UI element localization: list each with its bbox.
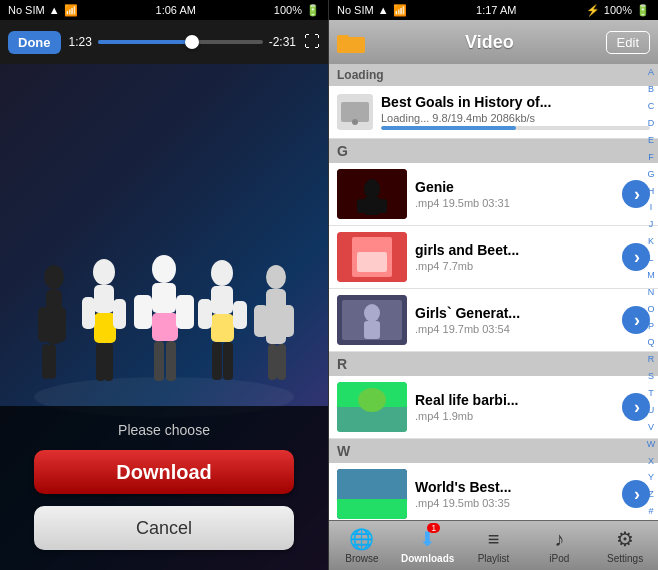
alpha-P[interactable]: P [648, 321, 654, 331]
done-button[interactable]: Done [8, 31, 61, 54]
svg-rect-24 [198, 299, 212, 329]
right-status-right: ⚡ 100% 🔋 [586, 4, 650, 17]
time-display: 1:23 -2:31 [69, 35, 297, 49]
alpha-X[interactable]: X [648, 456, 654, 466]
list-item[interactable]: World's Best... .mp4 19.5mb 03:35 [329, 463, 658, 520]
tab-ipod[interactable]: ♪ iPod [526, 521, 592, 570]
browse-icon: 🌐 [349, 527, 374, 551]
alpha-K[interactable]: K [648, 236, 654, 246]
alpha-C[interactable]: C [648, 101, 655, 111]
tab-browse[interactable]: 🌐 Browse [329, 521, 395, 570]
list-item[interactable]: girls and Beet... .mp4 7.7mb [329, 226, 658, 289]
alpha-I[interactable]: I [650, 202, 653, 212]
nav-title: Video [373, 32, 606, 53]
alpha-O[interactable]: O [647, 304, 654, 314]
right-carrier: No SIM [337, 4, 374, 16]
tab-settings[interactable]: ⚙ Settings [592, 521, 658, 570]
left-panel: No SIM ▲ 📶 1:06 AM 100% 🔋 Done 1:23 -2:3… [0, 0, 329, 570]
video-sub-barbi: .mp4 1.9mb [415, 410, 614, 422]
alpha-Y[interactable]: Y [648, 472, 654, 482]
left-signal-icon: ▲ [49, 4, 60, 16]
thumb-inner-generat [337, 295, 407, 345]
svg-rect-16 [152, 313, 178, 341]
edit-button[interactable]: Edit [606, 31, 650, 54]
alpha-hash[interactable]: # [648, 506, 653, 516]
alpha-H[interactable]: H [648, 186, 655, 196]
list-item[interactable]: Genie .mp4 19.5mb 03:31 [329, 163, 658, 226]
fullscreen-button[interactable]: ⛶ [304, 33, 320, 51]
alpha-B[interactable]: B [648, 84, 654, 94]
video-meta-generat: Girls` Generat... .mp4 19.7mb 03:54 [415, 305, 614, 335]
svg-rect-9 [94, 313, 116, 343]
video-title-girls: girls and Beet... [415, 242, 614, 258]
alpha-E[interactable]: E [648, 135, 654, 145]
video-sub-worlds: .mp4 19.5mb 03:35 [415, 497, 614, 509]
svg-rect-11 [113, 299, 126, 329]
alpha-A[interactable]: A [648, 67, 654, 77]
svg-rect-17 [134, 295, 152, 329]
alpha-Z[interactable]: Z [648, 489, 654, 499]
alpha-F[interactable]: F [648, 152, 654, 162]
svg-rect-27 [223, 342, 233, 380]
tab-ipod-label: iPod [549, 553, 569, 564]
alpha-R[interactable]: R [648, 354, 655, 364]
alpha-J[interactable]: J [649, 219, 654, 229]
loading-progress-fill [381, 126, 516, 130]
svg-rect-12 [96, 343, 105, 381]
alphabet-sidebar[interactable]: A B C D E F G H I J K L M N O P Q R S T … [644, 64, 658, 520]
list-item[interactable]: Real life barbi... .mp4 1.9mb [329, 376, 658, 439]
svg-rect-32 [268, 344, 277, 380]
downloads-icon-wrap: ⬇ 1 [419, 527, 436, 551]
video-sub-genie: .mp4 19.5mb 03:31 [415, 197, 614, 209]
left-battery-icon: 🔋 [306, 4, 320, 17]
right-battery: 100% [604, 4, 632, 16]
right-signal-icon: ▲ [378, 4, 389, 16]
choose-text: Please choose [118, 422, 210, 438]
alpha-V[interactable]: V [648, 422, 654, 432]
svg-rect-4 [54, 307, 66, 342]
svg-rect-8 [94, 285, 114, 313]
svg-rect-41 [364, 197, 380, 215]
video-thumb-girls [337, 232, 407, 282]
svg-rect-19 [154, 341, 164, 381]
ipod-icon: ♪ [554, 528, 564, 551]
alpha-Q[interactable]: Q [647, 337, 654, 347]
alpha-U[interactable]: U [648, 405, 655, 415]
svg-point-40 [364, 179, 380, 199]
scrubber-fill [98, 40, 189, 44]
alpha-L[interactable]: L [648, 253, 653, 263]
alpha-D[interactable]: D [648, 118, 655, 128]
video-list: G Genie .mp4 19.5mb 03:31 [329, 139, 658, 520]
video-area: Please choose Download Cancel [0, 64, 328, 570]
tab-downloads[interactable]: ⬇ 1 Downloads [395, 521, 461, 570]
video-thumb-genie [337, 169, 407, 219]
scrubber-track[interactable] [98, 40, 263, 44]
left-toolbar: Done 1:23 -2:31 ⛶ [0, 20, 328, 64]
svg-rect-13 [104, 343, 113, 381]
list-item[interactable]: Girls` Generat... .mp4 19.7mb 03:54 [329, 289, 658, 352]
video-title-barbi: Real life barbi... [415, 392, 614, 408]
nav-bar: Video Edit [329, 20, 658, 64]
cancel-button[interactable]: Cancel [34, 506, 294, 550]
svg-rect-56 [337, 469, 407, 499]
download-button[interactable]: Download [34, 450, 294, 494]
video-thumb-worlds [337, 469, 407, 519]
alpha-T[interactable]: T [648, 388, 654, 398]
tab-playlist[interactable]: ≡ Playlist [461, 521, 527, 570]
right-bluetooth-icon: ⚡ [586, 4, 600, 17]
loading-title: Best Goals in History of... [381, 94, 650, 110]
section-header-w: W [329, 439, 658, 463]
section-header-r: R [329, 352, 658, 376]
svg-point-38 [352, 119, 358, 125]
alpha-S[interactable]: S [648, 371, 654, 381]
alpha-M[interactable]: M [647, 270, 655, 280]
svg-rect-30 [254, 305, 268, 337]
right-time: 1:17 AM [476, 4, 516, 16]
svg-rect-15 [152, 283, 176, 313]
svg-rect-18 [176, 295, 194, 329]
alpha-N[interactable]: N [648, 287, 655, 297]
right-status-left: No SIM ▲ 📶 [337, 4, 407, 17]
alpha-G[interactable]: G [647, 169, 654, 179]
right-battery-icon: 🔋 [636, 4, 650, 17]
alpha-W[interactable]: W [647, 439, 656, 449]
